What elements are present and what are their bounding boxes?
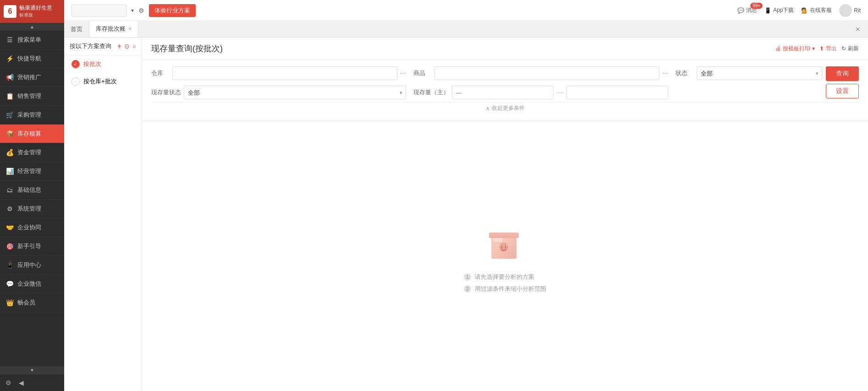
wechat-icon: 💬 <box>5 280 14 288</box>
sidebar-settings-icon[interactable]: ⚙ <box>5 379 11 386</box>
sidebar-item-basic[interactable]: 🗂 基础信息 <box>0 181 64 200</box>
query-btn[interactable]: 查询 <box>826 66 859 81</box>
app-download-btn[interactable]: 📱 App下载 <box>764 6 794 14</box>
refresh-btn[interactable]: ↻ 刷新 <box>841 45 859 53</box>
panel-collapse-icon[interactable]: « <box>132 43 136 50</box>
left-panel-header: 按以下方案查询 + ⊙ « <box>64 38 142 55</box>
topbar-dropdown-btn[interactable]: ▾ <box>131 7 134 14</box>
stock-qty-input-max[interactable] <box>566 86 668 99</box>
warehouse-dots-btn[interactable]: ··· <box>400 70 406 77</box>
sidebar-bottom: ⚙ ◀ <box>0 374 64 391</box>
stock-qty-filter: 现存量（主） — <box>413 86 668 99</box>
goods-dots-btn[interactable]: ··· <box>662 70 668 77</box>
sidebar-nav-scroll: ☰ 搜索菜单 ⚡ 快捷导航 📢 营销推广 📋 销售管理 🛒 采购管理 📦 库存核… <box>0 31 64 366</box>
avatar <box>839 4 852 17</box>
tip-1-text: 请先选择要分析的方案 <box>475 273 534 281</box>
phone-icon: 📱 <box>764 7 771 14</box>
user-name: Rit <box>854 7 861 14</box>
sidebar-item-enterprise[interactable]: 🤝 企业协同 <box>0 218 64 237</box>
empty-illustration <box>482 220 528 266</box>
goods-input[interactable] <box>434 66 659 80</box>
sidebar-item-app[interactable]: 📱 应用中心 <box>0 256 64 275</box>
sidebar-item-wechat[interactable]: 💬 企业微信 <box>0 275 64 293</box>
topbar-settings-btn[interactable]: ⚙ <box>138 7 144 14</box>
tip-num-2: 2 <box>464 285 471 293</box>
sidebar-item-finance[interactable]: 💰 资金管理 <box>0 143 64 162</box>
online-service-btn[interactable]: 💁 在线客服 <box>801 6 832 14</box>
topbar-search-input[interactable] <box>71 5 126 16</box>
sidebar-item-member[interactable]: 👑 畅会员 <box>0 293 64 312</box>
tab-close-btn[interactable]: × <box>128 26 132 32</box>
stock-status-filter: 现存量状态 全部 <box>151 86 406 99</box>
svg-rect-2 <box>494 238 503 242</box>
filter-row-1: 仓库 ··· 商品 ··· 状态 <box>151 66 822 80</box>
sidebar-header: 6 畅康通好生意 标准版 <box>0 0 64 23</box>
sidebar-item-sales[interactable]: 📋 销售管理 <box>0 87 64 106</box>
tab-main-close-btn[interactable]: ✕ <box>855 26 861 33</box>
sidebar-item-label: 新手引导 <box>17 242 41 250</box>
system-icon: ⚙ <box>5 205 14 213</box>
status-label: 状态 <box>676 69 694 77</box>
left-panel-title: 按以下方案查询 <box>70 42 111 50</box>
page-header-actions: 🖨 按模板打印 ▾ ⬆ 导出 ↻ 刷新 <box>775 45 859 53</box>
sidebar-item-purchase[interactable]: 🛒 采购管理 <box>0 106 64 125</box>
tip-num-1: 1 <box>464 273 471 281</box>
export-icon: ⬆ <box>819 45 824 52</box>
scroll-up-btn[interactable]: ▲ <box>0 23 64 31</box>
quick-icon: ⚡ <box>5 54 14 63</box>
sidebar-item-guide[interactable]: 🎯 新手引导 <box>0 237 64 256</box>
filter-actions: 查询 设置 <box>826 66 859 98</box>
print-template-btn[interactable]: 🖨 按模板打印 ▾ <box>775 45 815 53</box>
filter-row-2: 现存量状态 全部 现存量（主） — <box>151 86 822 99</box>
sidebar-item-label: 企业微信 <box>17 280 41 288</box>
sidebar-item-marketing[interactable]: 📢 营销推广 <box>0 68 64 87</box>
settings-config-btn[interactable]: 设置 <box>826 84 859 98</box>
print-dropdown-icon[interactable]: ▾ <box>812 45 815 52</box>
scroll-down-btn[interactable]: ▼ <box>0 366 64 374</box>
tab-inventory-batch[interactable]: 库存批次账 × <box>89 21 138 37</box>
topbar-right: 💬 消息 99+ 📱 App下载 💁 在线客服 Rit <box>737 4 861 17</box>
trial-industry-btn[interactable]: 体验行业方案 <box>149 4 196 17</box>
sidebar-search-label: 搜索菜单 <box>17 36 41 44</box>
page-title: 现存量查询(按批次) <box>151 43 223 54</box>
add-scheme-icon[interactable]: + <box>117 42 121 50</box>
sidebar-item-label: 应用中心 <box>17 261 41 269</box>
status-select[interactable]: 全部 正常 已过期 <box>697 66 822 80</box>
sidebar-item-label: 快捷导航 <box>17 54 41 63</box>
scheme-item-batch[interactable]: ✓ 按批次 <box>64 55 142 73</box>
guide-icon: 🎯 <box>5 242 14 250</box>
sidebar-item-quick[interactable]: ⚡ 快捷导航 <box>0 49 64 68</box>
topbar: ▾ ⚙ 体验行业方案 💬 消息 99+ 📱 App下载 💁 在线客服 Rit <box>64 0 868 21</box>
page-content: 按以下方案查询 + ⊙ « ✓ 按批次 ○ 按仓库+批次 现存量查询(按批次) <box>64 38 868 391</box>
online-service-label: 在线客服 <box>810 6 832 14</box>
stock-qty-input[interactable] <box>452 86 554 99</box>
app-name: 畅康通好生意 <box>19 5 52 12</box>
main-area: ▾ ⚙ 体验行业方案 💬 消息 99+ 📱 App下载 💁 在线客服 Rit <box>64 0 868 391</box>
sidebar-item-label: 库存核算 <box>17 130 41 138</box>
sidebar-collapse-icon[interactable]: ◀ <box>19 379 24 386</box>
tab-home[interactable]: 首页 <box>64 21 89 37</box>
finance-icon: 💰 <box>5 148 14 157</box>
empty-state: 1 请先选择要分析的方案 2 用过滤条件来缩小分析范围 <box>142 122 868 391</box>
left-panel: 按以下方案查询 + ⊙ « ✓ 按批次 ○ 按仓库+批次 <box>64 38 142 391</box>
scheme-item-warehouse-batch[interactable]: ○ 按仓库+批次 <box>64 73 142 90</box>
sidebar-item-system[interactable]: ⚙ 系统管理 <box>0 200 64 218</box>
app-version: 标准版 <box>19 12 52 18</box>
sidebar-item-inventory[interactable]: 📦 库存核算 <box>0 125 64 143</box>
collapse-conditions-btn[interactable]: ∧ 收起更多条件 <box>151 102 859 114</box>
scheme-settings-icon[interactable]: ⊙ <box>124 43 130 50</box>
sales-icon: 📋 <box>5 92 14 100</box>
messages-btn[interactable]: 💬 消息 99+ <box>737 6 757 14</box>
stock-status-select[interactable]: 全部 <box>184 86 406 99</box>
sidebar-item-search[interactable]: ☰ 搜索菜单 <box>0 31 64 49</box>
stock-status-label: 现存量状态 <box>151 88 181 97</box>
marketing-icon: 📢 <box>5 73 14 81</box>
warehouse-label: 仓库 <box>151 69 170 77</box>
inventory-icon: 📦 <box>5 130 14 138</box>
user-avatar-area[interactable]: Rit <box>839 4 861 17</box>
scheme-icon-batch: ✓ <box>71 60 80 68</box>
search-menu-icon: ☰ <box>5 36 14 44</box>
sidebar-item-operations[interactable]: 📊 经营管理 <box>0 162 64 181</box>
warehouse-input[interactable] <box>172 66 397 80</box>
export-btn[interactable]: ⬆ 导出 <box>819 45 837 53</box>
